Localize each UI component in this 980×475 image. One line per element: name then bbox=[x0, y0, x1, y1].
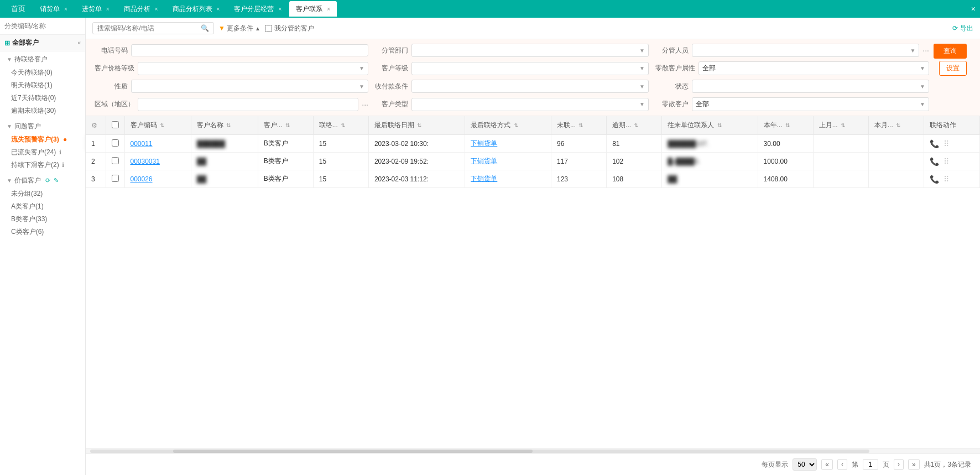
col-settings[interactable]: ⚙ bbox=[86, 116, 106, 135]
dept-select[interactable]: ▼ bbox=[411, 44, 649, 57]
row3-more-icon[interactable]: ⠿ bbox=[943, 175, 949, 184]
value-edit-icon[interactable]: ✎ bbox=[54, 177, 59, 184]
status-select[interactable]: ▼ bbox=[692, 80, 929, 93]
sidebar-item-today[interactable]: 今天待联络(0) bbox=[0, 66, 85, 79]
row1-code[interactable]: 000011 bbox=[124, 135, 191, 153]
lost-info-icon: ℹ bbox=[59, 149, 61, 155]
customer-level-select[interactable]: ▼ bbox=[411, 62, 649, 75]
sidebar-item-c-class[interactable]: C类客户(6) bbox=[0, 226, 85, 238]
current-page-input[interactable] bbox=[863, 459, 878, 470]
first-page-btn[interactable]: « bbox=[821, 459, 833, 470]
search-input[interactable] bbox=[97, 24, 199, 32]
row3-last-contact-method[interactable]: 下销货单 bbox=[465, 170, 551, 188]
close-all-tabs[interactable]: × bbox=[971, 4, 976, 13]
sidebar-group-value-title[interactable]: ▼ 价值客户 ⟳ ✎ bbox=[0, 174, 85, 187]
sidebar-search-input[interactable] bbox=[4, 22, 86, 30]
sidebar-item-ungrouped[interactable]: 未分组(32) bbox=[0, 187, 85, 200]
nav-tab-product-analysis-list[interactable]: 商品分析列表 × bbox=[166, 1, 227, 17]
sidebar-item-lost[interactable]: 已流失客户(24) ℹ bbox=[0, 146, 85, 159]
customer-type-select[interactable]: ▼ bbox=[411, 98, 649, 111]
sidebar-item-overdue[interactable]: 逾期未联络(30) bbox=[0, 105, 85, 117]
row2-last-contact-method[interactable]: 下销货单 bbox=[465, 153, 551, 170]
select-all-checkbox[interactable] bbox=[112, 121, 119, 128]
per-page-select[interactable]: 50 bbox=[793, 458, 817, 471]
payment-select[interactable]: ▼ bbox=[411, 80, 649, 93]
setting-button[interactable]: 设置 bbox=[939, 61, 967, 76]
retail-attr-select[interactable]: 全部 ▼ bbox=[698, 61, 929, 75]
phone-input[interactable] bbox=[131, 44, 368, 56]
col-contact-person-header[interactable]: 往来单位联系人 ⇅ bbox=[662, 116, 758, 135]
sidebar-item-tomorrow[interactable]: 明天待联络(1) bbox=[0, 79, 85, 92]
manager-more-icon[interactable]: ··· bbox=[922, 46, 929, 55]
close-product-analysis-list-tab[interactable]: × bbox=[217, 6, 220, 12]
nav-tab-customer-layer[interactable]: 客户分层经营 × bbox=[227, 1, 288, 17]
close-product-analysis-tab[interactable]: × bbox=[155, 6, 158, 12]
my-customers-checkbox[interactable] bbox=[265, 25, 272, 32]
export-button[interactable]: ⟳ 导出 bbox=[952, 24, 973, 33]
price-level-select[interactable]: ▼ bbox=[138, 62, 368, 75]
row3-checkbox[interactable] bbox=[106, 170, 124, 188]
value-refresh-icon[interactable]: ⟳ bbox=[45, 177, 50, 184]
row3-code[interactable]: 000026 bbox=[124, 170, 191, 188]
row2-contact-person: █y████3. bbox=[662, 153, 758, 170]
retail-customer-select[interactable]: 全部 ▼ bbox=[692, 97, 929, 111]
col-last-contact-method-header[interactable]: 最后联络方式 ⇅ bbox=[465, 116, 551, 135]
col-overdue-header[interactable]: 逾期... ⇅ bbox=[607, 116, 662, 135]
row1-more-icon[interactable]: ⠿ bbox=[943, 139, 949, 148]
row1-checkbox[interactable] bbox=[106, 135, 124, 153]
sidebar-item-7days[interactable]: 近7天待联络(0) bbox=[0, 92, 85, 105]
row2-code[interactable]: 00030031 bbox=[124, 153, 191, 170]
row2-contact-icon[interactable]: 📞 bbox=[930, 157, 939, 166]
scrollbar-thumb[interactable] bbox=[173, 450, 533, 453]
region-more-icon[interactable]: ··· bbox=[362, 100, 368, 109]
nav-tab-customer-contact[interactable]: 客户联系 × bbox=[289, 1, 337, 17]
last-page-btn[interactable]: » bbox=[908, 459, 920, 470]
col-uncontacted-header[interactable]: 未联... ⇅ bbox=[551, 116, 607, 135]
col-type-header[interactable]: 客户... ⇅ bbox=[258, 116, 313, 135]
next-page-btn[interactable]: › bbox=[894, 459, 904, 470]
sidebar-all-customers[interactable]: ⊞ 全部客户 « bbox=[0, 35, 85, 51]
search-icon[interactable]: 🔍 bbox=[201, 24, 209, 32]
query-button[interactable]: 查询 bbox=[934, 44, 967, 59]
nav-tab-purchase[interactable]: 进货单 × bbox=[75, 1, 116, 17]
row2-more-icon[interactable]: ⠿ bbox=[943, 157, 949, 166]
nav-tab-home[interactable]: 首页 bbox=[4, 1, 32, 17]
nav-tab-product-analysis[interactable]: 商品分析 × bbox=[117, 1, 165, 17]
row1-last-contact-method[interactable]: 下销货单 bbox=[465, 135, 551, 153]
sidebar-group-problem-title[interactable]: ▼ 问题客户 bbox=[0, 119, 85, 133]
row3-contact-icon[interactable]: 📞 bbox=[930, 175, 939, 184]
row3-select-checkbox[interactable] bbox=[112, 175, 119, 182]
close-customer-contact-tab[interactable]: × bbox=[327, 6, 330, 12]
row1-contact-icon[interactable]: 📞 bbox=[930, 139, 939, 148]
sidebar-item-b-class[interactable]: B类客户(33) bbox=[0, 213, 85, 226]
my-customers-filter[interactable]: 我分管的客户 bbox=[265, 24, 314, 33]
close-purchase-tab[interactable]: × bbox=[106, 6, 110, 12]
col-this-month-header[interactable]: 本月... ⇅ bbox=[868, 116, 924, 135]
settings-gear-icon[interactable]: ⚙ bbox=[91, 122, 97, 129]
scrollbar-track[interactable] bbox=[90, 450, 869, 453]
sidebar-group-pending-title[interactable]: ▼ 待联络客户 bbox=[0, 53, 85, 66]
row2-checkbox[interactable] bbox=[106, 153, 124, 170]
region-select[interactable] bbox=[138, 98, 358, 111]
close-sales-tab[interactable]: × bbox=[64, 6, 67, 12]
col-code-header[interactable]: 客户编码 ⇅ bbox=[124, 116, 191, 135]
col-last-month-header[interactable]: 上月... ⇅ bbox=[813, 116, 868, 135]
overdue-sort-icon: ⇅ bbox=[634, 122, 638, 128]
col-last-contact-date-header[interactable]: 最后联络日期 ⇅ bbox=[368, 116, 465, 135]
horizontal-scrollbar[interactable] bbox=[86, 448, 980, 453]
nature-select[interactable]: ▼ bbox=[131, 80, 368, 93]
sidebar-item-a-class[interactable]: A类客户(1) bbox=[0, 200, 85, 213]
prev-page-btn[interactable]: ‹ bbox=[837, 459, 847, 470]
more-conditions-btn[interactable]: ▼ 更多条件 ▲ bbox=[218, 24, 260, 33]
row1-select-checkbox[interactable] bbox=[112, 139, 119, 147]
close-customer-layer-tab[interactable]: × bbox=[278, 6, 282, 12]
sidebar-item-declining[interactable]: 持续下滑客户(2) ℹ bbox=[0, 159, 85, 171]
nav-tab-sales[interactable]: 销货单 × bbox=[33, 1, 74, 17]
manager-select[interactable]: ▼ bbox=[692, 44, 919, 57]
col-this-year-header[interactable]: 本年... ⇅ bbox=[758, 116, 813, 135]
col-action-header: 联络动作 bbox=[924, 116, 979, 135]
row2-select-checkbox[interactable] bbox=[112, 157, 119, 164]
col-name-header[interactable]: 客户名称 ⇅ bbox=[191, 116, 258, 135]
sidebar-item-churn-warning[interactable]: 流失预警客户(3) ● 90天未交易的客户，可能有流失风险。 bbox=[0, 133, 85, 146]
col-contact-header[interactable]: 联络... ⇅ bbox=[313, 116, 368, 135]
